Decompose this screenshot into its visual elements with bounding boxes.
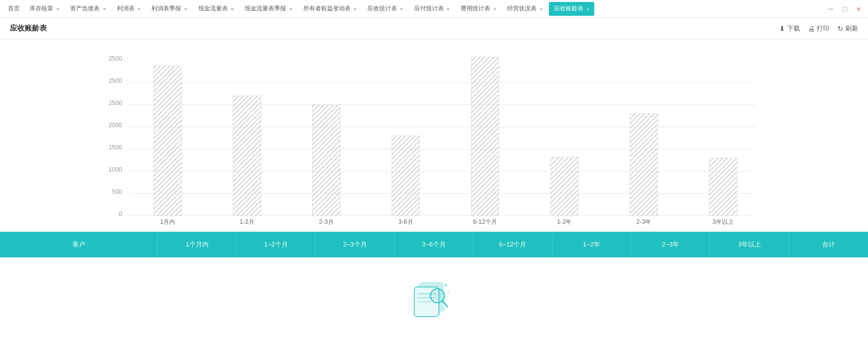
- bar-3年以上: [709, 158, 737, 216]
- print-icon: 🖨: [808, 25, 815, 33]
- tab-operation-label: 经营状况表: [507, 4, 537, 13]
- print-button[interactable]: 🖨 打印: [808, 24, 830, 33]
- svg-text:1-2月: 1-2月: [240, 218, 254, 225]
- tab-cashflow-quarterly-close[interactable]: ×: [289, 6, 292, 12]
- tab-payables-stats-close[interactable]: ×: [447, 6, 450, 12]
- bar-1-2月: [233, 96, 261, 216]
- tab-expenses-stats-close[interactable]: ×: [493, 6, 496, 12]
- table-header: 客户 1个月内 1~2个月 2~3个月 3~6个月 6~12个月 1~2年 2~…: [0, 232, 868, 257]
- th-customer: 客户: [0, 232, 158, 257]
- window-maximize-button[interactable]: □: [839, 3, 850, 14]
- svg-text:2-3月: 2-3月: [319, 218, 334, 225]
- svg-text:6-12个月: 6-12个月: [473, 218, 497, 225]
- window-close-button[interactable]: ×: [853, 3, 864, 14]
- th-total: 合计: [789, 232, 868, 257]
- print-label: 打印: [817, 24, 830, 33]
- tab-operation-close[interactable]: ×: [540, 6, 542, 12]
- svg-text:2500: 2500: [108, 77, 122, 84]
- tab-balance-close[interactable]: ×: [103, 6, 106, 12]
- bar-6-12月: [471, 57, 499, 216]
- empty-state: ✦ ✦: [0, 257, 868, 331]
- tab-cashflow-quarterly[interactable]: 现金流量表季报 ×: [240, 2, 297, 16]
- th-2-3year: 2~3年: [631, 232, 710, 257]
- svg-text:1500: 1500: [108, 144, 122, 151]
- tab-cashflow[interactable]: 现金流量表 ×: [193, 2, 239, 16]
- tab-profit-close[interactable]: ×: [138, 6, 141, 12]
- tab-cashflow-close[interactable]: ×: [231, 6, 234, 12]
- svg-text:3年以上: 3年以上: [713, 218, 734, 225]
- tab-profit-quarterly[interactable]: 利润表季报 ×: [146, 2, 192, 16]
- bar-2-3年: [630, 114, 657, 216]
- download-label: 下载: [787, 24, 800, 33]
- svg-text:2500: 2500: [108, 100, 122, 106]
- tab-receivables-stats-label: 应收统计表: [367, 4, 397, 13]
- svg-text:✦: ✦: [447, 290, 450, 293]
- th-1-2month: 1~2个月: [237, 232, 316, 257]
- download-icon: ⬇: [779, 25, 785, 33]
- chart-area: 0 500 1000 1500 2000 2500 2500 2500: [0, 39, 868, 232]
- tab-equity[interactable]: 所有者权益变动表 ×: [298, 2, 362, 16]
- svg-text:1000: 1000: [108, 166, 122, 173]
- tab-profit[interactable]: 利润表 ×: [112, 2, 145, 16]
- tab-expenses-stats[interactable]: 费用统计表 ×: [456, 2, 501, 16]
- th-1month: 1个月内: [158, 232, 237, 257]
- tab-inventory-close[interactable]: ×: [56, 6, 59, 12]
- tab-cashflow-label: 现金流量表: [198, 4, 228, 13]
- tab-balance[interactable]: 资产负债表 ×: [65, 2, 110, 16]
- th-1-2year: 1~2年: [552, 232, 631, 257]
- svg-text:✦: ✦: [444, 283, 448, 288]
- tab-aging-close[interactable]: ×: [586, 6, 589, 12]
- svg-text:0: 0: [119, 211, 122, 217]
- th-3year-plus: 3年以上: [710, 232, 789, 257]
- bar-3-6月: [392, 136, 420, 216]
- tab-operation[interactable]: 经营状况表 ×: [502, 2, 547, 16]
- tab-receivables-stats-close[interactable]: ×: [400, 6, 403, 12]
- svg-text:2000: 2000: [108, 122, 122, 129]
- tab-inventory[interactable]: 库存核算 ×: [25, 2, 64, 16]
- bar-chart: 0 500 1000 1500 2000 2500 2500 2500: [30, 49, 838, 227]
- svg-text:2500: 2500: [108, 55, 122, 62]
- svg-text:2-3年: 2-3年: [636, 218, 651, 225]
- main-content: 0 500 1000 1500 2000 2500 2500 2500: [0, 39, 868, 355]
- th-3-6month: 3~6个月: [395, 232, 473, 257]
- refresh-label: 刷新: [845, 24, 858, 33]
- bar-1-2年: [550, 157, 578, 215]
- tab-equity-close[interactable]: ×: [354, 6, 357, 12]
- bar-1月内: [154, 66, 181, 216]
- tab-receivables-stats[interactable]: 应收统计表 ×: [362, 2, 408, 16]
- th-2-3month: 2~3个月: [316, 232, 395, 257]
- tab-inventory-label: 库存核算: [30, 4, 53, 13]
- tab-expenses-stats-label: 费用统计表: [461, 4, 490, 13]
- tab-bar: 首页 库存核算 × 资产负债表 × 利润表 × 利润表季报 × 现金流量表 × …: [0, 0, 868, 18]
- tab-payables-stats[interactable]: 应付统计表 ×: [409, 2, 455, 16]
- page-actions: ⬇ 下载 🖨 打印 ↻ 刷新: [779, 24, 858, 33]
- empty-icon: ✦ ✦: [407, 272, 461, 321]
- tab-home[interactable]: 首页: [4, 4, 24, 13]
- svg-text:1-2年: 1-2年: [557, 218, 572, 225]
- tab-aging[interactable]: 应收账龄表 ×: [549, 2, 594, 16]
- download-button[interactable]: ⬇ 下载: [779, 24, 800, 33]
- tab-profit-quarterly-close[interactable]: ×: [184, 6, 187, 12]
- svg-text:1月内: 1月内: [160, 218, 176, 225]
- svg-point-32: [433, 291, 442, 301]
- refresh-icon: ↻: [837, 25, 843, 33]
- page-header: 应收账龄表 ⬇ 下载 🖨 打印 ↻ 刷新: [0, 18, 868, 39]
- window-minimize-button[interactable]: ─: [826, 3, 836, 14]
- tab-cashflow-quarterly-label: 现金流量表季报: [245, 4, 286, 13]
- svg-text:500: 500: [112, 188, 122, 195]
- bar-2-3月: [313, 105, 340, 216]
- tab-profit-quarterly-label: 利润表季报: [151, 4, 181, 13]
- tab-payables-stats-label: 应付统计表: [414, 4, 444, 13]
- tab-aging-label: 应收账龄表: [554, 4, 583, 13]
- tab-balance-label: 资产负债表: [70, 4, 100, 13]
- tab-equity-label: 所有者权益变动表: [303, 4, 351, 13]
- refresh-button[interactable]: ↻ 刷新: [837, 24, 858, 33]
- svg-text:3-6月: 3-6月: [398, 218, 413, 225]
- tab-bar-actions: ─ □ ×: [826, 3, 864, 14]
- tab-profit-label: 利润表: [117, 4, 135, 13]
- page-title: 应收账龄表: [10, 24, 47, 33]
- th-6-12month: 6~12个月: [473, 232, 552, 257]
